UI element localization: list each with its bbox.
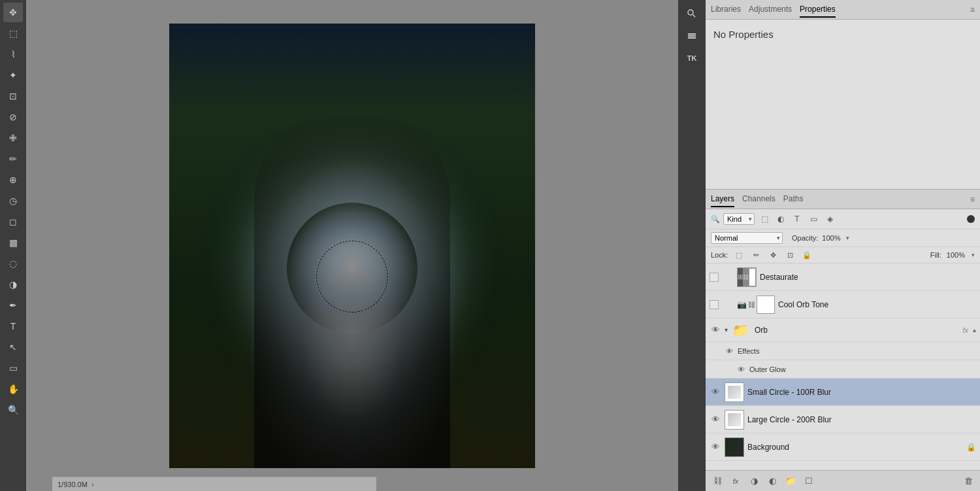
tool-eraser[interactable]: ◻	[3, 212, 23, 231]
tool-shapes[interactable]: ▭	[3, 358, 23, 378]
bottom-delete-icon[interactable]: 🗑	[962, 475, 975, 488]
expand-arrow-orb[interactable]: ▾	[725, 326, 728, 333]
sub-name-outer-glow: Outer Glow	[749, 365, 786, 373]
left-toolbar: ✥ ⬚ ⌇ ✦ ⊡ ⊘ ✙ ✏ ⊕ ◷ ◻ ▦ ◌ ◑ ✒ T ↖ ▭ ✋ 🔍	[0, 0, 26, 491]
tab-layers[interactable]: Layers	[711, 192, 734, 207]
fill-label: Fill:	[930, 251, 941, 259]
layer-item-background[interactable]: 👁 Background 🔒	[706, 433, 980, 461]
tool-brush[interactable]: ✏	[3, 149, 23, 169]
tool-text[interactable]: T	[3, 316, 23, 336]
layer-checkbox-cool-orb-tone[interactable]	[710, 300, 719, 309]
tool-marquee[interactable]: ⬚	[3, 24, 23, 43]
opacity-value[interactable]: 100%	[822, 234, 840, 242]
layer-visibility-large-circle[interactable]: 👁	[710, 414, 721, 426]
lock-move-btn[interactable]: ✥	[767, 249, 779, 261]
filter-smart-btn[interactable]: ◈	[823, 212, 836, 226]
sub-eye-effects[interactable]: 👁	[724, 346, 734, 356]
tab-paths[interactable]: Paths	[783, 192, 804, 207]
layer-sub-outer-glow[interactable]: 👁 Outer Glow	[706, 360, 980, 379]
status-info: 1/930.0M	[57, 481, 88, 488]
tool-blur[interactable]: ◌	[3, 254, 23, 273]
svg-line-1	[693, 15, 696, 18]
fill-value[interactable]: 100%	[947, 251, 965, 259]
layers-tabs-bar: Layers Channels Paths ≡	[706, 190, 980, 209]
side-icon-layers[interactable]	[682, 26, 702, 46]
tool-magic-wand[interactable]: ✦	[3, 65, 23, 85]
side-icon-tk[interactable]: TK	[682, 48, 702, 68]
bottom-new-layer-icon[interactable]: ☐	[802, 475, 815, 488]
bottom-fx-icon[interactable]: fx	[729, 475, 742, 488]
right-side: TK Libraries Adjustments Properties ≡ No…	[678, 0, 980, 491]
filter-bar: 🔍 Kind ⬚ ◐ T ▭ ◈	[706, 209, 980, 229]
tab-channels[interactable]: Channels	[742, 192, 776, 207]
layer-visibility-small-circle[interactable]: 👁	[710, 386, 721, 398]
bottom-mask-icon[interactable]: ◑	[747, 475, 760, 488]
layer-visibility-background[interactable]: 👁	[710, 441, 721, 453]
filter-kind-wrapper[interactable]: Kind	[723, 213, 755, 225]
lock-transparent-btn[interactable]: ⬚	[733, 249, 745, 261]
bottom-folder-icon[interactable]: 📁	[784, 475, 797, 488]
filter-shape-btn[interactable]: ▭	[807, 212, 820, 226]
layer-name-background: Background	[747, 443, 963, 452]
fx-badge-orb: fx	[962, 326, 968, 334]
person-figure	[254, 109, 450, 468]
lock-artboard-btn[interactable]: ⊡	[784, 249, 796, 261]
fill-arrow[interactable]: ▾	[972, 252, 975, 258]
layer-thumb-small-circle	[725, 382, 744, 402]
tool-lasso[interactable]: ⌇	[3, 44, 23, 64]
layer-sub-effects[interactable]: 👁 Effects	[706, 342, 980, 360]
bottom-link-icon[interactable]: ⛓	[711, 475, 724, 488]
layer-item-small-circle[interactable]: 👁 Small Circle - 100R Blur	[706, 379, 980, 406]
tool-healing[interactable]: ✙	[3, 128, 23, 148]
tool-pen[interactable]: ✒	[3, 296, 23, 315]
layers-bottom-toolbar: ⛓ fx ◑ ◐ 📁 ☐ 🗑	[706, 470, 980, 491]
fx-expand-arrow[interactable]: ▴	[973, 326, 976, 333]
tool-crop[interactable]: ⊡	[3, 86, 23, 106]
tool-dodge[interactable]: ◑	[3, 275, 23, 294]
tool-path-select[interactable]: ↖	[3, 337, 23, 357]
layer-item-orb[interactable]: 👁 ▾ 📁 Orb fx ▴	[706, 318, 980, 342]
properties-panel: Libraries Adjustments Properties ≡ No Pr…	[706, 0, 980, 190]
filter-adjust-btn[interactable]: ◐	[774, 212, 787, 226]
layer-checkbox-destaurate[interactable]	[710, 273, 719, 282]
canvas-image	[169, 24, 535, 468]
layers-panel: Layers Channels Paths ≡ 🔍 Kind ⬚ ◐ T ▭ ◈	[706, 190, 980, 491]
status-arrow[interactable]: ›	[91, 481, 94, 488]
layer-item-large-circle[interactable]: 👁 Large Circle - 200R Blur	[706, 406, 980, 433]
tool-clone[interactable]: ⊕	[3, 170, 23, 190]
layer-thumb-cool-orb-tone	[757, 296, 775, 314]
canvas-area: 1/930.0M ›	[26, 0, 678, 491]
lock-all-btn[interactable]: 🔒	[801, 249, 813, 261]
layer-item-destaurate[interactable]: 👁 ⊞ ⛓ Destaurate	[706, 263, 980, 291]
tool-eyedropper[interactable]: ⊘	[3, 107, 23, 127]
bottom-adjust-icon[interactable]: ◐	[766, 475, 779, 488]
tool-zoom[interactable]: 🔍	[3, 400, 23, 420]
opacity-arrow[interactable]: ▾	[846, 235, 849, 241]
layer-visibility-orb[interactable]: 👁	[710, 324, 721, 336]
filter-text-btn[interactable]: T	[791, 212, 804, 226]
layer-item-cool-orb-tone[interactable]: 👁 📷 ⛓ Cool Orb Tone	[706, 291, 980, 318]
layer-name-destaurate: Destaurate	[760, 273, 976, 282]
layer-name-large-circle: Large Circle - 200R Blur	[747, 415, 976, 424]
filter-pixel-btn[interactable]: ⬚	[758, 212, 771, 226]
layer-thumb-background	[725, 437, 744, 457]
tool-gradient[interactable]: ▦	[3, 233, 23, 252]
blend-mode-select[interactable]: Normal	[711, 232, 783, 244]
lock-bar: Lock: ⬚ ✏ ✥ ⊡ 🔒 Fill: 100% ▾	[706, 247, 980, 263]
properties-menu-icon[interactable]: ≡	[970, 5, 975, 14]
blend-mode-wrapper[interactable]: Normal	[711, 232, 783, 244]
filter-active-dot	[967, 215, 975, 223]
tool-history[interactable]: ◷	[3, 191, 23, 211]
tool-move[interactable]: ✥	[3, 3, 23, 22]
sub-name-effects: Effects	[738, 347, 759, 355]
lock-paint-btn[interactable]: ✏	[750, 249, 762, 261]
sub-eye-outer-glow[interactable]: 👁	[736, 364, 746, 375]
layers-tabs-left: Layers Channels Paths	[711, 192, 803, 207]
layers-menu-icon[interactable]: ≡	[970, 195, 975, 204]
filter-kind-select[interactable]: Kind	[723, 213, 755, 225]
tab-adjustments[interactable]: Adjustments	[749, 2, 792, 18]
tab-libraries[interactable]: Libraries	[711, 2, 741, 18]
tab-properties[interactable]: Properties	[800, 2, 836, 18]
tool-hand[interactable]: ✋	[3, 379, 23, 399]
side-icon-search[interactable]	[682, 4, 702, 24]
